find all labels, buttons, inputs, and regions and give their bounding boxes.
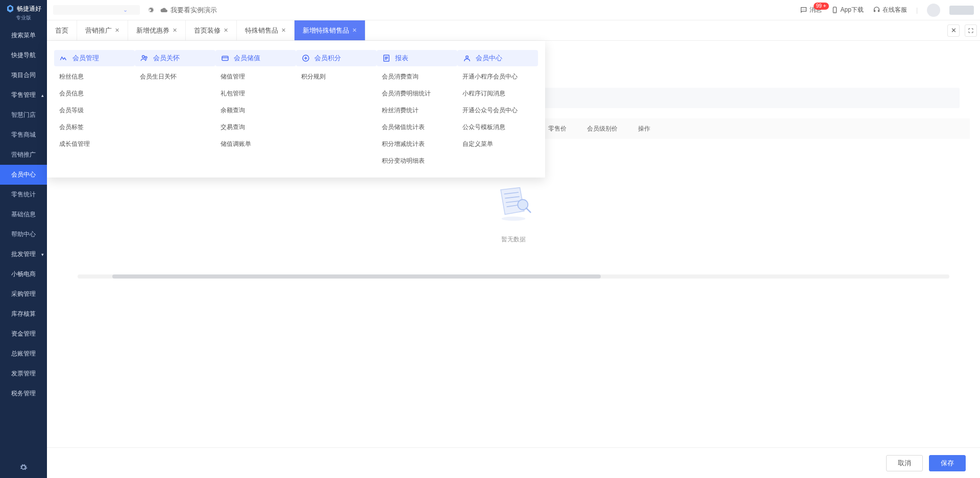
mega-link-balance-query[interactable]: 余额查询 (220, 106, 291, 115)
mega-link-open-miniapp[interactable]: 开通小程序会员中心 (462, 72, 533, 81)
mega-link-custom-menu[interactable]: 自定义菜单 (462, 140, 533, 148)
mega-link-points-stats[interactable]: 积分增减统计表 (382, 140, 452, 148)
svg-point-0 (802, 9, 802, 10)
sidebar-item-ledger[interactable]: 总账管理 (0, 344, 47, 364)
member-care-icon (140, 54, 149, 63)
mega-link-member-info[interactable]: 会员信息 (59, 89, 130, 98)
empty-illustration-icon (488, 180, 539, 225)
app-download-button[interactable]: App下载 (831, 6, 864, 14)
close-icon[interactable]: ✕ (281, 27, 286, 34)
page-footer: 取消 保存 (47, 447, 980, 478)
member-points-icon (301, 54, 310, 63)
sidebar-item-search-menu[interactable]: 搜索菜单 (0, 26, 47, 45)
close-icon[interactable]: ✕ (173, 27, 177, 34)
mega-link-deposit-stats[interactable]: 会员储值统计表 (382, 123, 452, 132)
demo-link[interactable]: 我要看实例演示 (160, 6, 217, 15)
mega-link-points-change[interactable]: 积分变动明细表 (382, 157, 452, 165)
mega-head-reports[interactable]: 报表 (377, 50, 457, 66)
cancel-button[interactable]: 取消 (886, 455, 923, 471)
topbar: ⌄ 我要看实例演示 消息 99 + App下载 (47, 0, 980, 20)
mega-head-member-center[interactable]: 会员中心 (457, 50, 538, 66)
chevron-up-icon: ▴ (41, 93, 44, 98)
sidebar-sub-basic-info[interactable]: 基础信息 (0, 205, 47, 224)
sidebar-sub-marketing[interactable]: 营销推广 (0, 145, 47, 165)
mega-link-points-rule[interactable]: 积分规则 (301, 72, 372, 81)
mega-link-growth[interactable]: 成长值管理 (59, 140, 130, 148)
mega-head-member-points[interactable]: 会员积分 (296, 50, 377, 66)
sidebar-item-project-contract[interactable]: 项目合同 (0, 65, 47, 85)
report-icon (382, 54, 391, 63)
member-manage-icon (59, 54, 68, 63)
brand-area: 畅捷通好 专业版 (0, 0, 47, 26)
mega-link-gift-manage[interactable]: 礼包管理 (220, 89, 291, 98)
online-service-label: 在线客服 (883, 6, 907, 14)
th-member-level-price: 会员级别价 (573, 124, 624, 133)
mega-link-birthday-care[interactable]: 会员生日关怀 (140, 72, 210, 81)
sidebar-item-ecommerce[interactable]: 小畅电商 (0, 264, 47, 284)
tab-marketing[interactable]: 营销推广✕ (77, 20, 128, 40)
sidebar-item-tax[interactable]: 税务管理 (0, 384, 47, 404)
sidebar-item-inventory[interactable]: 库存核算 (0, 304, 47, 324)
cloud-icon (160, 6, 168, 14)
settings-button[interactable] (146, 6, 154, 14)
brand-logo-icon (6, 4, 15, 13)
mega-link-member-level[interactable]: 会员等级 (59, 106, 130, 115)
mega-link-transaction-query[interactable]: 交易查询 (220, 123, 291, 132)
online-service-button[interactable]: 在线客服 (873, 6, 907, 14)
mega-link-consume-query[interactable]: 会员消费查询 (382, 72, 452, 81)
mega-link-deposit-adjust[interactable]: 储值调账单 (220, 140, 291, 148)
sidebar-item-quick-nav[interactable]: 快捷导航 (0, 45, 47, 65)
mega-link-fans-consume[interactable]: 粉丝消费统计 (382, 106, 452, 115)
sidebar-item-finance[interactable]: 资金管理 (0, 324, 47, 344)
mega-head-member-care[interactable]: 会员关怀 (135, 50, 215, 66)
mega-link-member-tag[interactable]: 会员标签 (59, 123, 130, 132)
sidebar-sub-member-center[interactable]: 会员中心 (0, 165, 47, 185)
close-icon[interactable]: ✕ (352, 27, 357, 34)
mega-link-fans-info[interactable]: 粉丝信息 (59, 72, 130, 81)
svg-point-2 (804, 9, 805, 10)
sidebar-sub-retail-stats[interactable]: 零售统计 (0, 185, 47, 205)
sidebar-item-retail[interactable]: 零售管理▴ (0, 85, 47, 105)
svg-point-8 (142, 56, 145, 58)
avatar[interactable] (927, 4, 940, 17)
mega-link-wechat-template[interactable]: 公众号模板消息 (462, 123, 533, 132)
tab-home[interactable]: 首页 (47, 20, 77, 40)
member-center-icon (462, 54, 472, 63)
svg-point-1 (803, 9, 803, 10)
sidebar-item-wholesale[interactable]: 批发管理▾ (0, 244, 47, 264)
mega-head-member-manage[interactable]: 会员管理 (54, 50, 135, 66)
message-icon (800, 6, 807, 14)
svg-point-9 (145, 57, 147, 59)
org-selector[interactable]: ⌄ (53, 5, 140, 15)
sidebar-sub-help-center[interactable]: 帮助中心 (0, 224, 47, 244)
close-icon[interactable]: ✕ (224, 27, 228, 34)
sidebar-item-invoice[interactable]: 发票管理 (0, 364, 47, 384)
mega-menu: 会员管理 粉丝信息 会员信息 会员等级 会员标签 成长值管理 会员关怀 会员生日… (47, 41, 545, 178)
svg-point-7 (502, 217, 526, 221)
mega-link-open-wechat[interactable]: 开通公众号会员中心 (462, 106, 533, 115)
tab-homepage-decorate[interactable]: 首页装修✕ (186, 20, 237, 40)
messages-button[interactable]: 消息 99 + (800, 6, 822, 14)
sidebar-menu: 搜索菜单 快捷导航 项目合同 零售管理▴ 智慧门店 零售商城 营销推广 会员中心… (0, 26, 47, 458)
save-button[interactable]: 保存 (929, 455, 966, 471)
tab-special-product[interactable]: 特殊销售品✕ (237, 20, 295, 40)
phone-icon (831, 6, 839, 14)
tab-new-coupon[interactable]: 新增优惠券✕ (128, 20, 186, 40)
scrollbar-thumb[interactable] (112, 274, 600, 279)
mega-link-miniapp-subscribe[interactable]: 小程序订阅消息 (462, 89, 533, 98)
sidebar-sub-smart-store[interactable]: 智慧门店 (0, 105, 47, 125)
close-icon[interactable]: ✕ (115, 27, 119, 34)
sidebar-item-purchase[interactable]: 采购管理 (0, 284, 47, 304)
sidebar-settings[interactable] (0, 458, 47, 478)
gear-icon (146, 6, 154, 14)
close-all-tabs-button[interactable]: ✕ (947, 24, 960, 37)
user-badge[interactable] (949, 6, 974, 15)
horizontal-scrollbar[interactable] (78, 274, 949, 279)
mega-head-member-deposit[interactable]: 会员储值 (215, 50, 296, 66)
svg-point-13 (466, 56, 469, 59)
fullscreen-button[interactable] (965, 24, 977, 37)
tab-new-special-product[interactable]: 新增特殊销售品✕ (295, 20, 365, 40)
mega-link-deposit-manage[interactable]: 储值管理 (220, 72, 291, 81)
sidebar-sub-retail-mall[interactable]: 零售商城 (0, 125, 47, 145)
mega-link-consume-detail[interactable]: 会员消费明细统计 (382, 89, 452, 98)
